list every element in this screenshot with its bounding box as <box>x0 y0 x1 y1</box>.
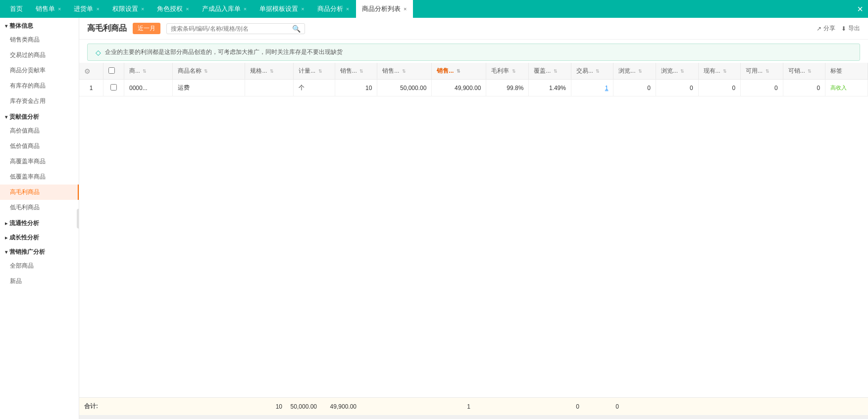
sidebar-item-high-cover[interactable]: 高覆盖率商品 <box>0 154 79 169</box>
table-footer: 合计: 10 50,000.00 49,900.00 1 0 0 <box>79 397 868 415</box>
sort-unit-icon[interactable]: ⇅ <box>318 69 322 74</box>
sidebar-item-new-goods[interactable]: 新品 <box>0 274 79 289</box>
cell-browse1: 0 <box>613 80 656 96</box>
sidebar-item-in-stock[interactable]: 有库存的商品 <box>0 78 79 93</box>
cell-unit: 个 <box>294 80 335 96</box>
col-header-settings[interactable]: ⚙ <box>79 63 103 80</box>
close-template-tab[interactable]: × <box>301 6 304 12</box>
export-button[interactable]: ⬇ 导出 <box>841 24 860 33</box>
sort-sales-profit-icon[interactable]: ⇅ <box>457 69 460 74</box>
footer-sales-amt: 50,000.00 <box>282 403 322 410</box>
close-inbound-tab[interactable]: × <box>244 6 247 12</box>
sidebar-item-high-margin[interactable]: 高毛利商品 <box>0 185 79 200</box>
cell-trade[interactable]: 1 <box>571 80 613 96</box>
sidebar-item-all-goods[interactable]: 全部商品 <box>0 258 79 274</box>
sidebar: « ▾ 整体信息 销售类商品 交易过的商品 商品分贡献率 有库存的商品 库存资金… <box>0 18 79 419</box>
close-analysis-tab[interactable]: × <box>346 6 349 12</box>
sort-browse2-icon[interactable]: ⇅ <box>680 69 684 74</box>
sidebar-group-growth[interactable]: ▸ 成长性分析 <box>0 230 79 244</box>
close-analysis-list-tab[interactable]: × <box>404 6 407 12</box>
table-row: 1 0000... 运费 个 10 50,000.00 49,900.00 99… <box>79 80 868 96</box>
content-area: 高毛利商品 近一月 🔍 ↗ 分享 ⬇ 导出 ◇ 企业的主要的利润都是这部分商品创… <box>79 18 868 419</box>
cell-sales-profit: 49,900.00 <box>432 80 486 96</box>
search-icon[interactable]: 🔍 <box>292 25 301 33</box>
row-checkbox[interactable] <box>110 84 117 91</box>
sidebar-item-low-margin[interactable]: 低毛利商品 <box>0 200 79 215</box>
nav-sales[interactable]: 销售单 × <box>30 0 67 18</box>
sidebar-item-low-value[interactable]: 低价值商品 <box>0 139 79 154</box>
sort-sales-amt-icon[interactable]: ⇅ <box>402 69 406 74</box>
share-icon: ↗ <box>817 25 821 32</box>
col-header-sale[interactable]: 可销... ⇅ <box>783 63 825 80</box>
sidebar-item-stock-fund[interactable]: 库存资金占用 <box>0 93 79 109</box>
col-header-check[interactable] <box>103 63 124 80</box>
nav-roles[interactable]: 角色授权 × <box>151 0 195 18</box>
settings-icon[interactable]: ⚙ <box>84 67 91 75</box>
cell-code: 0000... <box>124 80 172 96</box>
sidebar-group-contribution[interactable]: ▾ 贡献值分析 <box>0 109 79 123</box>
col-header-name[interactable]: 商品名称 ⇅ <box>172 63 245 80</box>
sidebar-item-low-cover[interactable]: 低覆盖率商品 <box>0 169 79 185</box>
sidebar-group-marketing[interactable]: ▾ 营销推广分析 <box>0 244 79 258</box>
sidebar-item-traded-goods[interactable]: 交易过的商品 <box>0 47 79 63</box>
close-permissions-tab[interactable]: × <box>141 6 144 12</box>
col-header-margin[interactable]: 毛利率 ⇅ <box>486 63 529 80</box>
col-header-sales-amt[interactable]: 销售... ⇅ <box>377 63 432 80</box>
sort-sale-icon[interactable]: ⇅ <box>808 69 812 74</box>
close-all-tabs-button[interactable]: × <box>857 3 863 15</box>
nav-purchase[interactable]: 进货单 × <box>68 0 105 18</box>
col-header-sales-profit[interactable]: 销售... ⇅ <box>432 63 486 80</box>
col-header-tag[interactable]: 标签 <box>825 63 868 80</box>
sidebar-collapse-button[interactable]: « <box>77 209 79 229</box>
cell-sale: 0 <box>783 80 825 96</box>
share-button[interactable]: ↗ 分享 <box>817 24 835 33</box>
col-header-browse2[interactable]: 浏览... ⇅ <box>656 63 699 80</box>
col-header-cover[interactable]: 覆盖... ⇅ <box>529 63 571 80</box>
close-roles-tab[interactable]: × <box>186 6 189 12</box>
nav-home[interactable]: 首页 <box>4 0 29 18</box>
close-purchase-tab[interactable]: × <box>96 6 99 12</box>
cell-check[interactable] <box>103 80 124 96</box>
sidebar-item-contribution[interactable]: 商品分贡献率 <box>0 63 79 78</box>
col-header-spec[interactable]: 规格... ⇅ <box>245 63 294 80</box>
col-header-sales-qty[interactable]: 销售... ⇅ <box>335 63 377 80</box>
col-header-trade[interactable]: 交易... ⇅ <box>571 63 613 80</box>
sidebar-item-high-value[interactable]: 高价值商品 <box>0 123 79 139</box>
sort-code-icon[interactable]: ⇅ <box>143 69 147 74</box>
col-header-avail[interactable]: 可用... ⇅ <box>741 63 783 80</box>
sort-stock-icon[interactable]: ⇅ <box>723 69 727 74</box>
search-input[interactable] <box>171 25 292 32</box>
col-header-browse1[interactable]: 浏览... ⇅ <box>613 63 656 80</box>
sort-margin-icon[interactable]: ⇅ <box>512 69 516 74</box>
nav-inbound[interactable]: 产成品入库单 × <box>196 0 253 18</box>
chevron-flow-icon: ▸ <box>5 221 7 226</box>
nav-analysis[interactable]: 商品分析 × <box>311 0 355 18</box>
horizontal-scrollbar[interactable] <box>79 415 868 419</box>
sort-cover-icon[interactable]: ⇅ <box>554 69 558 74</box>
nav-template[interactable]: 单据模板设置 × <box>254 0 310 18</box>
info-banner: ◇ 企业的主要的利润都是这部分商品创造的，可考虑加大推广，同时关注库存是不要出现… <box>87 44 860 61</box>
sort-browse1-icon[interactable]: ⇅ <box>638 69 642 74</box>
nav-analysis-list[interactable]: 商品分析列表 × <box>356 0 412 18</box>
cell-cover: 1.49% <box>529 80 571 96</box>
sort-name-icon[interactable]: ⇅ <box>204 69 208 74</box>
col-header-code[interactable]: 商... ⇅ <box>124 63 172 80</box>
sidebar-group-flow[interactable]: ▸ 流通性分析 <box>0 215 79 230</box>
col-header-stock[interactable]: 现有... ⇅ <box>698 63 741 80</box>
close-sales-tab[interactable]: × <box>58 6 61 12</box>
sort-avail-icon[interactable]: ⇅ <box>766 69 769 74</box>
search-box: 🔍 <box>166 23 305 34</box>
nav-permissions[interactable]: 权限设置 × <box>106 0 150 18</box>
footer-stock: 0 <box>545 403 584 410</box>
filter-recent-month-button[interactable]: 近一月 <box>133 23 160 34</box>
sort-spec-icon[interactable]: ⇅ <box>270 69 274 74</box>
data-table-wrapper: ⚙ 商... ⇅ 商品名称 ⇅ <box>79 63 868 397</box>
footer-avail: 0 <box>584 403 624 410</box>
sort-sales-qty-icon[interactable]: ⇅ <box>359 69 363 74</box>
sidebar-group-overall[interactable]: ▾ 整体信息 <box>0 18 79 32</box>
select-all-checkbox[interactable] <box>108 67 115 74</box>
sidebar-item-sales-goods[interactable]: 销售类商品 <box>0 32 79 47</box>
info-icon: ◇ <box>96 48 101 56</box>
col-header-unit[interactable]: 计量... ⇅ <box>294 63 335 80</box>
sort-trade-icon[interactable]: ⇅ <box>596 69 600 74</box>
